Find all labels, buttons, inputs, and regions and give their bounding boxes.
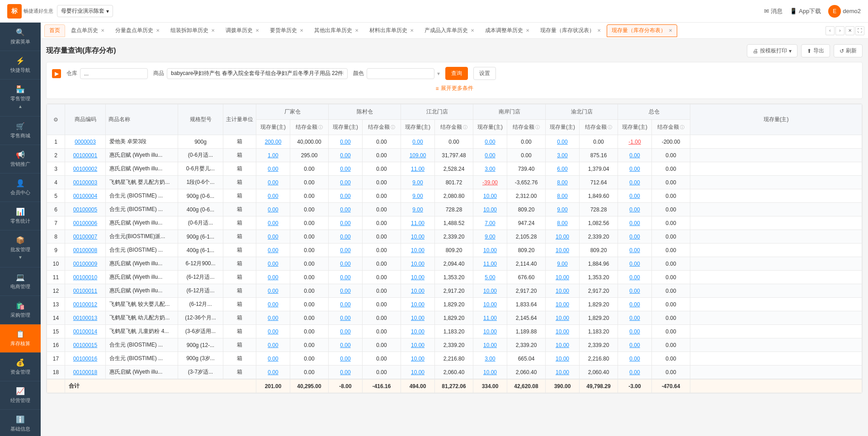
close-icon[interactable]: ✕ — [669, 28, 672, 33]
close-icon[interactable]: ✕ — [471, 28, 474, 33]
sidebar-item-finance[interactable]: 💰 资金管理 — [0, 353, 41, 381]
tab-stock-status[interactable]: 现存量（库存状况表） ✕ — [535, 24, 606, 37]
close-icon[interactable]: ✕ — [526, 28, 529, 33]
tab-portion-check[interactable]: 分量盘点单历史 ✕ — [110, 24, 165, 37]
cell-value: 6.00 — [546, 162, 580, 176]
close-icon[interactable]: ✕ — [300, 28, 303, 33]
table-row: 6 00100005 合生元 (BIOSTIME) ... 400g (0-6.… — [47, 203, 862, 216]
suite-select[interactable]: 母婴行业演示陈套 ▾ — [57, 5, 113, 17]
table-row: 18 00100018 惠氏启赋 (Wyeth illu... (3-7岁适..… — [47, 366, 862, 380]
cell-value: 2,216.80 — [580, 352, 618, 366]
cell-value: 0.00 — [435, 135, 473, 149]
cell-unit: 箱 — [223, 244, 256, 257]
cell-unit: 箱 — [223, 203, 256, 216]
tab-other-out[interactable]: 其他出库单历史 ✕ — [309, 24, 363, 37]
sidebar-item-member[interactable]: 👤 会员中心 — [0, 173, 41, 202]
cell-spec: (0-6月适... — [178, 149, 223, 162]
user-area[interactable]: E demo2 — [828, 5, 861, 18]
table-row: 8 00100007 合生元(BIOSTIME)派... 900g (6-1..… — [47, 230, 862, 244]
message-btn[interactable]: ✉ 消息 — [764, 7, 783, 15]
sidebar-item-mall[interactable]: 🛒 零售商城 — [0, 117, 41, 145]
export-icon: ⬆ — [807, 48, 811, 54]
cell-value: 0.00 — [618, 298, 652, 311]
tab-request[interactable]: 要货单历史 ✕ — [265, 24, 308, 37]
tab-assemble[interactable]: 组装拆卸单历史 ✕ — [165, 24, 220, 37]
sidebar-item-wholesale[interactable]: 📦 批发管理 ▼ — [0, 230, 41, 267]
summary-jb-amt: 81,272.06 — [435, 379, 473, 393]
cell-value: -200.00 — [652, 135, 690, 149]
close-icon[interactable]: ✕ — [410, 28, 414, 33]
th-na-amt: 结存金额ⓘ — [507, 120, 546, 135]
cell-code: 0000003 — [65, 135, 106, 149]
nav-icon: ⚡ — [2, 56, 39, 65]
sidebar-item-nav[interactable]: ⚡ 快捷导航 — [0, 51, 41, 80]
sidebar-item-search[interactable]: 🔍 搜索英单 — [0, 23, 41, 51]
close-icon[interactable]: ✕ — [101, 28, 104, 33]
tab-stock-distribution[interactable]: 现存量（库存分布表） ✕ — [607, 24, 677, 37]
refresh-btn[interactable]: ↺ 刷新 — [834, 44, 863, 57]
cell-value: 2,105.28 — [507, 230, 546, 244]
sidebar-label-finance: 资金管理 — [2, 369, 39, 375]
prev-tab-btn[interactable]: ‹ — [826, 26, 835, 35]
tab-transfer[interactable]: 调拨单历史 ✕ — [221, 24, 264, 37]
cell-value: 0.00 — [256, 203, 290, 216]
cell-code: 00100002 — [65, 162, 106, 176]
cell-value: 0.00 — [363, 352, 401, 366]
color-input[interactable] — [367, 68, 434, 79]
goods-input[interactable] — [167, 68, 348, 79]
collapse-btn[interactable]: ▶ — [52, 69, 61, 78]
close-icon[interactable]: ✕ — [156, 28, 160, 33]
cell-value: 0.00 — [256, 284, 290, 298]
finance-icon: 💰 — [2, 358, 39, 367]
tab-material-out[interactable]: 材料出库单历史 ✕ — [364, 24, 419, 37]
tab-home[interactable]: 首页 — [44, 24, 65, 37]
tab-cost-adjust[interactable]: 成本调整单历史 ✕ — [480, 24, 534, 37]
fullscreen-btn[interactable]: ⛶ — [855, 26, 864, 35]
cell-value: 0.00 — [652, 189, 690, 203]
sidebar-item-retail[interactable]: 🏪 零售管理 ▲ — [0, 80, 41, 117]
cell-value: 10.00 — [473, 284, 507, 298]
warehouse-input[interactable] — [80, 68, 148, 79]
cell-value: 10.00 — [401, 311, 435, 325]
close-all-btn[interactable]: ✕ — [845, 26, 854, 35]
app-download-btn[interactable]: 📱 App下载 — [790, 7, 821, 15]
cell-value: 0.00 — [329, 176, 363, 189]
query-btn[interactable]: 查询 — [445, 67, 468, 80]
cell-value: 0.00 — [652, 176, 690, 189]
cell-value: 809.20 — [580, 244, 618, 257]
tab-inventory-check[interactable]: 盘点单历史 ✕ — [66, 24, 109, 37]
close-icon[interactable]: ✕ — [255, 28, 259, 33]
th-cj-amt: 结存金额ⓘ — [290, 120, 329, 135]
sidebar-item-basic[interactable]: ℹ️ 基础信息 — [0, 410, 41, 436]
settings-btn[interactable]: 设置 — [473, 67, 496, 80]
sidebar-label-retail: 零售管理 — [2, 95, 39, 102]
next-tab-btn[interactable]: › — [835, 26, 844, 35]
cell-code: 00100018 — [65, 366, 106, 380]
cell-value: 0.00 — [363, 149, 401, 162]
cell-unit: 箱 — [223, 149, 256, 162]
close-icon[interactable]: ✕ — [211, 28, 215, 33]
sidebar-item-marketing[interactable]: 📢 营销推广 — [0, 145, 41, 173]
close-icon[interactable]: ✕ — [355, 28, 359, 33]
expand-conditions-btn[interactable]: ≡ 展开更多条件 — [432, 83, 476, 94]
sidebar-item-purchase[interactable]: 🛍️ 采购管理 — [0, 296, 41, 324]
cell-value: 0.00 — [363, 162, 401, 176]
summary-row: 合计 201.00 40,295.00 -8.00 -416.16 494.00… — [47, 379, 862, 393]
cell-code: 00100011 — [65, 284, 106, 298]
cell-value: 0.00 — [363, 176, 401, 189]
cell-value: 0.00 — [290, 338, 329, 352]
tab-product-in[interactable]: 产成品入库单历史 ✕ — [420, 24, 479, 37]
print-btn[interactable]: 🖨 按模板打印 ▾ — [747, 44, 797, 57]
cell-value: 9.00 — [401, 189, 435, 203]
close-icon[interactable]: ✕ — [597, 28, 601, 33]
sidebar-item-stats[interactable]: 📊 零售统计 — [0, 202, 41, 230]
sidebar-item-inventory[interactable]: 📋 库存核算 — [0, 324, 41, 353]
cell-no: 14 — [47, 311, 65, 325]
settings-icon[interactable]: ⚙ — [53, 117, 58, 123]
sidebar-item-management[interactable]: 📈 经营管理 — [0, 381, 41, 410]
cell-value: 0.00 — [618, 149, 652, 162]
export-btn[interactable]: ⬆ 导出 — [801, 44, 830, 57]
sidebar-item-ecommerce[interactable]: 💻 电商管理 — [0, 267, 41, 296]
avatar: E — [828, 5, 841, 18]
cell-value: 1,353.20 — [580, 271, 618, 284]
